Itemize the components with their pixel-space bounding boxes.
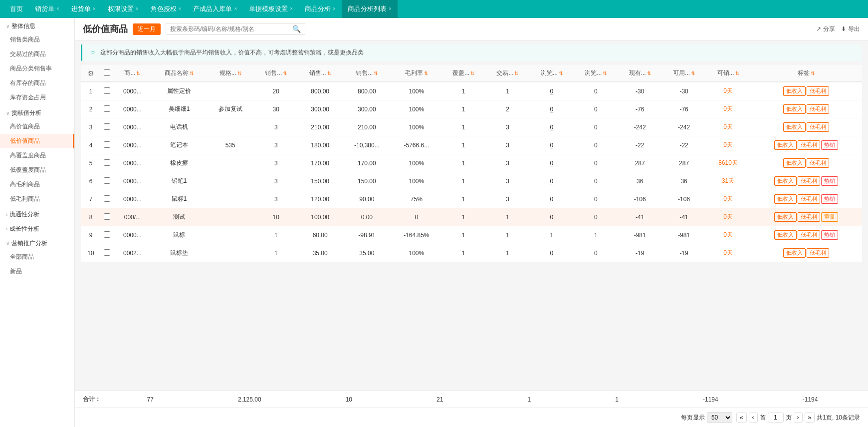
col-spec[interactable]: 规格...⇅ bbox=[207, 65, 254, 82]
nav-home[interactable]: 首页 bbox=[4, 0, 29, 18]
nav-close-icon[interactable]: × bbox=[290, 0, 293, 18]
sidebar-item-all-products[interactable]: 全部商品 bbox=[0, 250, 74, 264]
row-browse1[interactable]: 0 bbox=[530, 172, 574, 190]
nav-close-icon[interactable]: × bbox=[179, 0, 182, 18]
col-name[interactable]: 商品名称⇅ bbox=[152, 65, 207, 82]
nav-product-analysis[interactable]: 商品分析 × bbox=[299, 0, 342, 18]
search-input[interactable] bbox=[170, 25, 290, 32]
row-checkbox-cell[interactable] bbox=[101, 226, 113, 244]
sidebar-item-stocked-products[interactable]: 有库存的商品 bbox=[0, 76, 74, 90]
row-checkbox-cell[interactable] bbox=[101, 100, 113, 118]
col-sale-amt[interactable]: 销售...⇅ bbox=[298, 65, 342, 82]
row-checkbox-cell[interactable] bbox=[101, 154, 113, 172]
nav-close-icon[interactable]: × bbox=[389, 0, 392, 18]
row-checkbox-cell[interactable] bbox=[101, 244, 113, 262]
settings-icon[interactable]: ⚙ bbox=[88, 69, 94, 77]
browse1-link[interactable]: 0 bbox=[550, 214, 554, 221]
row-checkbox-cell[interactable] bbox=[101, 208, 113, 226]
time-filter-button[interactable]: 近一月 bbox=[133, 23, 161, 35]
row-checkbox-cell[interactable] bbox=[101, 82, 113, 100]
col-saleable[interactable]: 可销...⇅ bbox=[706, 65, 750, 82]
row-checkbox[interactable] bbox=[104, 141, 110, 148]
page-number-input[interactable] bbox=[768, 413, 784, 423]
sidebar-item-sales-products[interactable]: 销售类商品 bbox=[0, 32, 74, 47]
sidebar-item-low-coverage[interactable]: 低覆盖度商品 bbox=[0, 163, 74, 177]
col-available[interactable]: 可用...⇅ bbox=[662, 65, 706, 82]
row-browse1[interactable]: 0 bbox=[530, 100, 574, 118]
col-current-stock[interactable]: 现有...⇅ bbox=[618, 65, 662, 82]
nav-sales-order[interactable]: 销货单 × bbox=[29, 0, 65, 18]
last-page-btn[interactable]: » bbox=[805, 413, 815, 423]
first-page-btn[interactable]: « bbox=[736, 413, 747, 423]
sidebar-group-contribution[interactable]: ∨ 贡献值分析 bbox=[0, 105, 74, 119]
row-checkbox[interactable] bbox=[104, 249, 110, 256]
col-settings[interactable]: ⚙ bbox=[81, 65, 101, 82]
col-browse2[interactable]: 浏览...⇅ bbox=[574, 65, 618, 82]
row-checkbox-cell[interactable] bbox=[101, 172, 113, 190]
browse1-link[interactable]: 0 bbox=[550, 88, 554, 95]
export-button[interactable]: ⬇ 导出 bbox=[841, 25, 860, 33]
row-checkbox[interactable] bbox=[104, 123, 110, 130]
search-icon[interactable]: 🔍 bbox=[292, 25, 301, 33]
sidebar-item-stock-capital[interactable]: 库存资金占用 bbox=[0, 90, 74, 105]
nav-permission[interactable]: 权限设置 × bbox=[102, 0, 145, 18]
col-trade-count[interactable]: 交易...⇅ bbox=[485, 65, 529, 82]
row-checkbox-cell[interactable] bbox=[101, 118, 113, 136]
col-margin[interactable]: 毛利率⇅ bbox=[392, 65, 441, 82]
row-checkbox[interactable] bbox=[104, 231, 110, 238]
per-page-select[interactable]: 50 100 200 bbox=[707, 412, 732, 423]
row-checkbox-cell[interactable] bbox=[101, 190, 113, 208]
sidebar-item-high-margin[interactable]: 高毛利商品 bbox=[0, 177, 74, 192]
sidebar-group-marketing[interactable]: ∨ 营销推广分析 bbox=[0, 235, 74, 250]
sidebar-item-low-value[interactable]: 低价值商品 bbox=[0, 134, 74, 148]
row-browse1[interactable]: 0 bbox=[530, 244, 574, 262]
row-checkbox[interactable] bbox=[104, 87, 110, 94]
sidebar-group-overall[interactable]: ∨ 整体信息 bbox=[0, 18, 74, 32]
nav-purchase-order[interactable]: 进货单 × bbox=[65, 0, 102, 18]
col-tags[interactable]: 标签⇅ bbox=[750, 65, 862, 82]
nav-close-icon[interactable]: × bbox=[333, 0, 336, 18]
nav-template[interactable]: 单据模板设置 × bbox=[243, 0, 299, 18]
browse1-link[interactable]: 0 bbox=[550, 178, 554, 185]
row-browse1[interactable]: 0 bbox=[530, 190, 574, 208]
sidebar-item-high-coverage[interactable]: 高覆盖度商品 bbox=[0, 148, 74, 163]
browse1-link[interactable]: 0 bbox=[550, 142, 554, 149]
sidebar-item-high-value[interactable]: 高价值商品 bbox=[0, 119, 74, 134]
browse1-link[interactable]: 0 bbox=[550, 196, 554, 203]
nav-close-icon[interactable]: × bbox=[234, 0, 237, 18]
nav-product-in[interactable]: 产成品入库单 × bbox=[187, 0, 243, 18]
select-all-checkbox[interactable] bbox=[104, 69, 110, 76]
browse1-link[interactable]: 1 bbox=[550, 232, 554, 239]
col-sale-qty[interactable]: 销售...⇅ bbox=[254, 65, 298, 82]
nav-product-analysis-list[interactable]: 商品分析列表 × bbox=[342, 0, 398, 18]
row-checkbox[interactable] bbox=[104, 213, 110, 220]
nav-close-icon[interactable]: × bbox=[93, 0, 96, 18]
nav-close-icon[interactable]: × bbox=[136, 0, 139, 18]
col-checkbox[interactable] bbox=[101, 65, 113, 82]
row-browse1[interactable]: 0 bbox=[530, 118, 574, 136]
col-sale-profit[interactable]: 销售...⇅ bbox=[342, 65, 392, 82]
row-browse1[interactable]: 0 bbox=[530, 154, 574, 172]
col-coverage[interactable]: 覆盖...⇅ bbox=[441, 65, 485, 82]
col-browse1[interactable]: 浏览...⇅ bbox=[530, 65, 574, 82]
row-browse1[interactable]: 0 bbox=[530, 208, 574, 226]
sidebar-item-new-products[interactable]: 新品 bbox=[0, 264, 74, 279]
nav-role-auth[interactable]: 角色授权 × bbox=[145, 0, 188, 18]
browse1-link[interactable]: 0 bbox=[550, 124, 554, 131]
row-checkbox[interactable] bbox=[104, 105, 110, 112]
row-checkbox[interactable] bbox=[104, 177, 110, 184]
next-page-btn[interactable]: › bbox=[794, 413, 803, 423]
browse1-link[interactable]: 0 bbox=[550, 106, 554, 113]
browse1-link[interactable]: 0 bbox=[550, 250, 554, 257]
sidebar-group-growth[interactable]: › 成长性分析 bbox=[0, 221, 74, 235]
row-browse1[interactable]: 1 bbox=[530, 226, 574, 244]
row-checkbox[interactable] bbox=[104, 195, 110, 202]
sidebar-group-circulation[interactable]: › 流通性分析 bbox=[0, 206, 74, 221]
row-browse1[interactable]: 0 bbox=[530, 82, 574, 100]
share-button[interactable]: ↗ 分享 bbox=[816, 25, 835, 33]
row-browse1[interactable]: 0 bbox=[530, 136, 574, 154]
nav-close-icon[interactable]: × bbox=[56, 0, 59, 18]
sidebar-item-traded-products[interactable]: 交易过的商品 bbox=[0, 47, 74, 61]
row-checkbox-cell[interactable] bbox=[101, 136, 113, 154]
browse1-link[interactable]: 0 bbox=[550, 160, 554, 167]
